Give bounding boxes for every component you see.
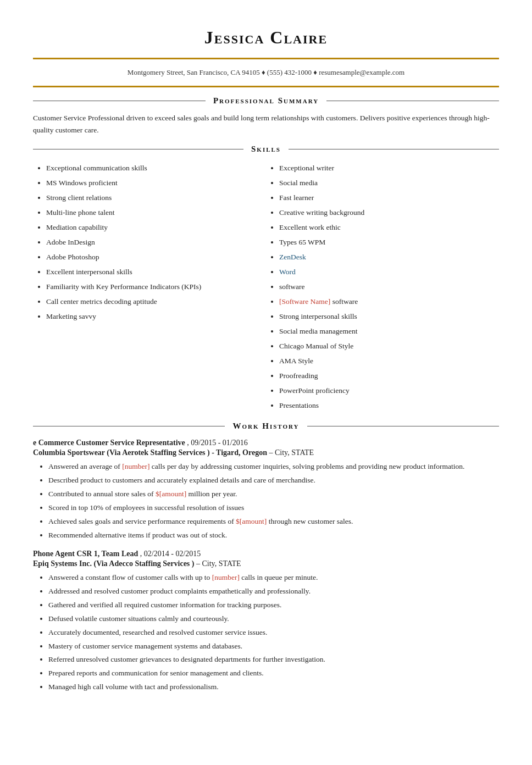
list-item: Call center metrics decoding aptitude	[46, 294, 255, 309]
list-item: Achieved sales goals and service perform…	[48, 515, 499, 528]
list-item: Scored in top 10% of employees in succes…	[48, 502, 499, 514]
skills-container: Exceptional communication skills MS Wind…	[33, 160, 499, 413]
list-item: Adobe InDesign	[46, 235, 255, 250]
number-bracket-2: [number]	[212, 573, 240, 581]
job-1-dates: , 09/2015 - 01/2016	[187, 439, 247, 447]
skills-label: Skills	[243, 145, 289, 154]
work-line-left	[33, 426, 225, 426]
list-item: Defused volatile customer situations cal…	[48, 613, 499, 625]
list-item: Recommended alternative items if product…	[48, 529, 499, 542]
job-2-bullets: Answered a constant flow of customer cal…	[33, 572, 499, 694]
skills-line-left	[33, 149, 243, 149]
job-2-company: Epiq Systems Inc. (Via Adecco Staffing S…	[33, 559, 499, 568]
skills-section-header: Skills	[33, 145, 499, 154]
summary-text: Customer Service Professional driven to …	[33, 112, 499, 136]
skills-left-list: Exceptional communication skills MS Wind…	[33, 160, 255, 324]
job-2: Phone Agent CSR 1, Team Lead , 02/2014 -…	[33, 550, 499, 694]
list-item: Exceptional communication skills	[46, 160, 255, 175]
list-item: Addressed and resolved customer product …	[48, 585, 499, 598]
job-2-title-text: Phone Agent CSR 1, Team Lead	[33, 550, 138, 558]
skills-left-col: Exceptional communication skills MS Wind…	[33, 160, 266, 413]
list-item: Prepared reports and communication for s…	[48, 667, 499, 680]
zendesk-link[interactable]: ZenDesk	[279, 253, 306, 261]
list-item: MS Windows proficient	[46, 175, 255, 190]
list-item: Contributed to annual store sales of $[a…	[48, 488, 499, 501]
list-item: Adobe Photoshop	[46, 250, 255, 264]
resume-name: Jessica Claire	[33, 27, 499, 48]
job-1-title-text: e Commerce Customer Service Representati…	[33, 439, 185, 447]
list-item: Described product to customers and accur…	[48, 474, 499, 487]
list-item: Strong interpersonal skills	[279, 309, 488, 324]
list-item: Accurately documented, researched and re…	[48, 627, 499, 639]
summary-line-right	[326, 101, 499, 101]
work-label: Work History	[225, 422, 307, 431]
list-item: Word	[279, 264, 488, 279]
list-item: Excellent work ethic	[279, 220, 488, 235]
list-item: Types 65 WPM	[279, 235, 488, 250]
list-item: Proofreading	[279, 368, 488, 383]
list-item: ZenDesk	[279, 250, 488, 264]
amount-bracket-2: $[amount]	[236, 517, 267, 525]
list-item: Gathered and verified all required custo…	[48, 599, 499, 612]
number-bracket: [number]	[122, 462, 149, 470]
contact-info: Montgomery Street, San Francisco, CA 941…	[33, 64, 499, 81]
list-item: Fast learner	[279, 190, 488, 205]
summary-label: Professional Summary	[206, 96, 326, 106]
list-item: Chicago Manual of Style	[279, 339, 488, 353]
skills-line-right	[289, 149, 499, 149]
job-2-dates: , 02/2014 - 02/2015	[140, 550, 201, 558]
summary-line-left	[33, 101, 206, 101]
list-item: Social media management	[279, 324, 488, 339]
software-bracket: [Software Name]	[279, 297, 330, 306]
list-item: software	[279, 279, 488, 294]
list-item: AMA Style	[279, 353, 488, 368]
list-item: [Software Name] software	[279, 294, 488, 309]
job-1-bullets: Answered an average of [number] calls pe…	[33, 461, 499, 542]
list-item: Answered a constant flow of customer cal…	[48, 572, 499, 584]
word-link[interactable]: Word	[279, 268, 296, 276]
work-section: e Commerce Customer Service Representati…	[33, 439, 499, 694]
list-item: Strong client relations	[46, 190, 255, 205]
list-item: Presentations	[279, 398, 488, 413]
list-item: Referred unresolved customer grievances …	[48, 653, 499, 666]
job-2-title: Phone Agent CSR 1, Team Lead , 02/2014 -…	[33, 550, 499, 558]
list-item: PowerPoint proficiency	[279, 383, 488, 398]
list-item: Answered an average of [number] calls pe…	[48, 461, 499, 473]
list-item: Mediation capability	[46, 220, 255, 235]
work-line-right	[307, 426, 499, 426]
list-item: Social media	[279, 175, 488, 190]
list-item: Marketing savvy	[46, 309, 255, 324]
job-1-company: Columbia Sportswear (Via Aerotek Staffin…	[33, 448, 499, 457]
gold-divider-top	[33, 58, 499, 59]
list-item: Exceptional writer	[279, 160, 488, 175]
job-2-city: – City, STATE	[196, 559, 241, 568]
amount-bracket-1: $[amount]	[156, 490, 186, 498]
gold-divider-bottom	[33, 86, 499, 87]
list-item: Excellent interpersonal skills	[46, 264, 255, 279]
list-item: Creative writing background	[279, 205, 488, 220]
summary-section-header: Professional Summary	[33, 96, 499, 106]
name-header: Jessica Claire	[33, 16, 499, 53]
work-section-header: Work History	[33, 422, 499, 431]
skills-right-list: Exceptional writer Social media Fast lea…	[266, 160, 488, 413]
list-item: Managed high call volume with tact and p…	[48, 681, 499, 694]
list-item: Multi-line phone talent	[46, 205, 255, 220]
list-item: Familiarity with Key Performance Indicat…	[46, 279, 255, 294]
job-1: e Commerce Customer Service Representati…	[33, 439, 499, 542]
list-item: Mastery of customer service management s…	[48, 640, 499, 653]
skills-right-col: Exceptional writer Social media Fast lea…	[266, 160, 499, 413]
job-1-city: – City, STATE	[269, 448, 314, 457]
job-1-title: e Commerce Customer Service Representati…	[33, 439, 499, 447]
